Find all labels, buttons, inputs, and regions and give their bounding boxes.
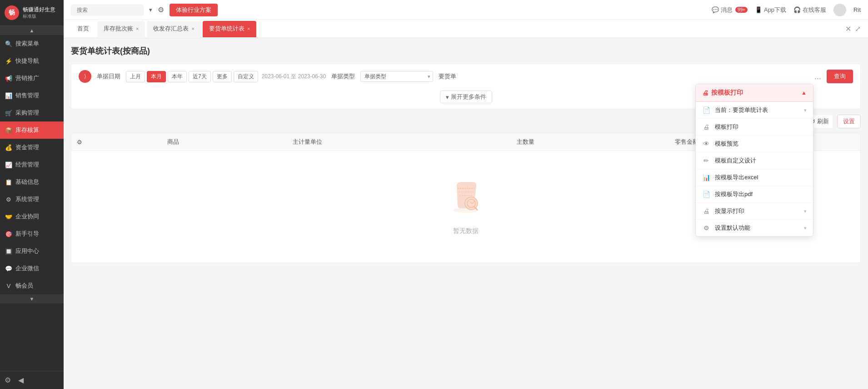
dropdown-header: 🖨 按模板打印 ▲ [696, 84, 813, 102]
dropdown-controls: ▲ [801, 90, 807, 96]
date-btn-this-month[interactable]: 本月 [147, 71, 166, 82]
sidebar-item-system[interactable]: ⚙ 系统管理 [0, 191, 64, 208]
filter-row: ⟩ 单据日期 上月 本月 本年 近7天 更多 自定义 2023-06-01 至 … [79, 70, 853, 83]
tab-close-receipt[interactable]: × [191, 26, 194, 31]
default-settings-label: 设置默认功能 [715, 224, 750, 232]
tab-batch-account[interactable]: 库存批次账 × [97, 21, 145, 37]
sidebar-item-purchase[interactable]: 🛒 采购管理 [0, 104, 64, 121]
tab-close-batch[interactable]: × [136, 26, 139, 31]
order-type-label: 要货单 [439, 72, 456, 81]
col-settings[interactable]: ⚙ [71, 133, 162, 151]
dropdown-print-icon: 🖨 [702, 89, 708, 96]
sidebar-item-member[interactable]: V 畅会员 [0, 277, 64, 294]
sidebar-logo: 畅 畅赚通好生意 标准版 [0, 0, 64, 26]
dropdown-collapse-icon[interactable]: ▲ [801, 90, 807, 96]
template-pdf-icon: 📄 [702, 191, 710, 198]
more-options-btn[interactable]: ... [813, 70, 823, 83]
current-template-label: 当前：要货单统计表 [715, 106, 768, 114]
date-btn-7days[interactable]: 近7天 [189, 71, 211, 82]
window-controls: ✕ ⤢ [845, 25, 861, 33]
main-content: ▾ ⚙ 体验行业方案 💬 消息 99+ 📱 App下载 🎧 在线客服 Rit 首… [64, 0, 868, 389]
dropdown-template-pdf[interactable]: 📄 按模板导出pdf [696, 186, 813, 203]
sidebar-item-operation[interactable]: 📈 经营管理 [0, 156, 64, 173]
dropdown-template-excel[interactable]: 📊 按模板导出excel [696, 169, 813, 186]
topbar-settings-icon[interactable]: ⚙ [158, 5, 164, 14]
filter-expand-icon[interactable]: ⟩ [79, 70, 91, 83]
trial-button[interactable]: 体验行业方案 [170, 4, 218, 16]
sidebar-item-appstore[interactable]: 🔲 应用中心 [0, 242, 64, 260]
sales-icon: 📊 [5, 91, 13, 100]
phone-icon: 📱 [755, 6, 762, 13]
tab-bar: 首页 库存批次账 × 收发存汇总表 × 要货单统计表 × ✕ ⤢ [64, 20, 868, 38]
tab-order-stats[interactable]: 要货单统计表 × [203, 21, 256, 37]
sidebar-item-sales[interactable]: 📊 销售管理 [0, 87, 64, 104]
tab-home[interactable]: 首页 [71, 21, 95, 37]
expand-conditions-btn[interactable]: ▾ 展开更多条件 [440, 91, 492, 103]
window-close-btn[interactable]: ✕ [845, 25, 851, 33]
date-btn-custom[interactable]: 自定义 [234, 71, 258, 82]
sidebar-scroll-down[interactable]: ▼ [0, 294, 64, 303]
window-expand-btn[interactable]: ⤢ [855, 25, 861, 33]
tab-close-order[interactable]: × [247, 26, 250, 31]
member-icon: V [5, 282, 13, 290]
sidebar-item-collab[interactable]: 🤝 企业协同 [0, 208, 64, 225]
default-settings-arrow: ▾ [804, 225, 807, 231]
date-group: 上月 本月 本年 近7天 更多 自定义 2023-06-01 至 2023-06… [126, 71, 326, 82]
template-design-label: 模板自定义设计 [715, 157, 756, 165]
sidebar-item-guide[interactable]: 🎯 新手引导 [0, 225, 64, 242]
sidebar-item-marketing[interactable]: 📢 营销推广 [0, 70, 64, 87]
template-preview-icon: 👁 [702, 140, 710, 147]
date-btn-last-month[interactable]: 上月 [126, 71, 145, 82]
empty-icon [448, 178, 484, 222]
dropdown-template-design[interactable]: ✏ 模板自定义设计 [696, 152, 813, 169]
col-product: 商品 [162, 133, 287, 151]
logo-icon: 畅 [5, 5, 19, 20]
topbar-dropdown-icon[interactable]: ▾ [149, 6, 152, 13]
template-preview-label: 模板预览 [715, 140, 738, 148]
sidebar: 畅 畅赚通好生意 标准版 ▲ 🔍 搜索菜单 ⚡ 快捷导航 📢 营销推广 📊 销售… [0, 0, 64, 389]
query-button[interactable]: 查询 [827, 70, 853, 83]
print-dropdown-menu: 🖨 按模板打印 ▲ 📄 当前：要货单统计表 ▾ 🖨 模板打印 👁 [695, 84, 813, 237]
dropdown-title: 按模板打印 [711, 89, 743, 97]
finance-icon: 💰 [5, 143, 13, 152]
sidebar-item-inventory[interactable]: 📦 库存核算 [0, 121, 64, 139]
topbar: ▾ ⚙ 体验行业方案 💬 消息 99+ 📱 App下载 🎧 在线客服 Rit [64, 0, 868, 20]
search-icon: 🔍 [5, 40, 13, 48]
messages-item[interactable]: 💬 消息 99+ [712, 6, 748, 14]
wechat-icon: 💬 [5, 264, 13, 273]
system-icon: ⚙ [5, 195, 13, 203]
dropdown-title-area: 🖨 按模板打印 [702, 89, 743, 97]
dropdown-template-preview[interactable]: 👁 模板预览 [696, 136, 813, 152]
sidebar-item-search[interactable]: 🔍 搜索菜单 [0, 35, 64, 52]
sidebar-item-quick-nav[interactable]: ⚡ 快捷导航 [0, 52, 64, 70]
sidebar-mute-icon[interactable]: ◀ [18, 376, 24, 384]
sidebar-item-finance[interactable]: 💰 资金管理 [0, 139, 64, 156]
online-service-item[interactable]: 🎧 在线客服 [793, 6, 826, 14]
username-label: Rit [853, 6, 861, 13]
tab-receipt-summary[interactable]: 收发存汇总表 × [147, 21, 200, 37]
page-title: 要货单统计表(按商品) [71, 45, 861, 56]
sidebar-bottom: ⚙ ◀ [0, 371, 64, 389]
sidebar-scroll-up[interactable]: ▲ [0, 26, 64, 35]
appstore-icon: 🔲 [5, 247, 13, 255]
template-print-label: 模板打印 [715, 123, 738, 131]
date-btn-this-year[interactable]: 本年 [168, 71, 187, 82]
app-download-item[interactable]: 📱 App下载 [755, 6, 786, 14]
type-select[interactable]: 单据类型 [360, 71, 433, 82]
sidebar-item-basic[interactable]: 📋 基础信息 [0, 173, 64, 191]
template-excel-icon: 📊 [702, 174, 710, 181]
col-quantity: 主数量 [511, 133, 669, 151]
quick-nav-icon: ⚡ [5, 57, 13, 65]
dropdown-display-print[interactable]: 🖨 按显示打印 ▾ [696, 203, 813, 220]
sidebar-item-wechat[interactable]: 💬 企业微信 [0, 260, 64, 277]
dropdown-template-print[interactable]: 🖨 模板打印 [696, 119, 813, 136]
search-input[interactable] [71, 5, 144, 15]
dropdown-current-template[interactable]: 📄 当前：要货单统计表 ▾ [696, 102, 813, 119]
template-pdf-label: 按模板导出pdf [715, 190, 753, 198]
inventory-icon: 📦 [5, 126, 13, 134]
dropdown-default-settings[interactable]: ⚙ 设置默认功能 ▾ [696, 220, 813, 236]
user-avatar[interactable] [833, 4, 846, 16]
date-btn-more[interactable]: 更多 [213, 71, 232, 82]
sidebar-settings-icon[interactable]: ⚙ [5, 376, 11, 384]
settings-button[interactable]: 设置 [837, 115, 861, 128]
